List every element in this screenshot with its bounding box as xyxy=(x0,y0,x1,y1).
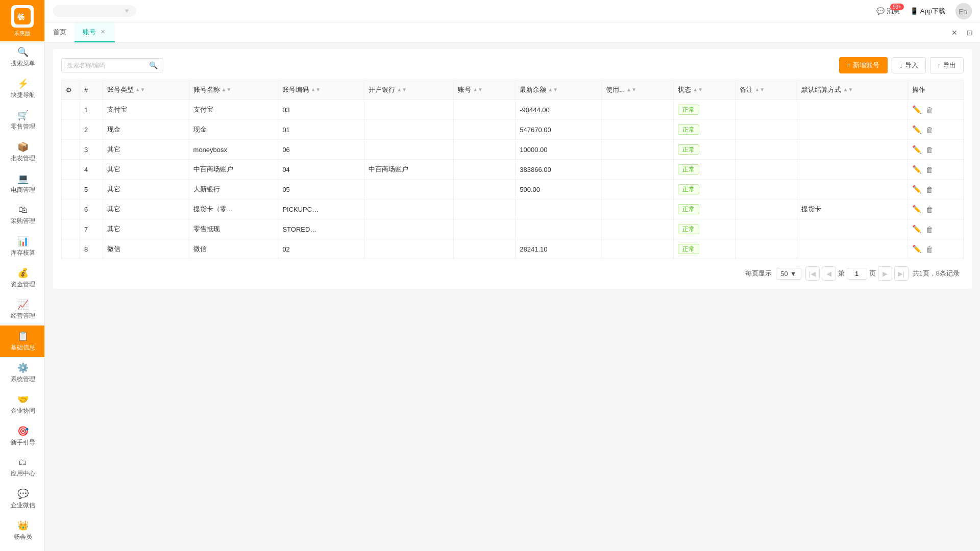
per-page-label: 每页显示 xyxy=(745,269,772,278)
sidebar-item-system-manage[interactable]: ⚙️ 系统管理 xyxy=(0,357,44,389)
cell-latest-balance-4: 500.00 xyxy=(516,180,602,199)
delete-button-0[interactable]: 🗑 xyxy=(926,106,934,114)
edit-button-7[interactable]: ✏️ xyxy=(912,244,922,254)
topbar-search-icon: ▼ xyxy=(124,7,130,15)
tab-close-all-button[interactable]: ✕ xyxy=(948,27,961,39)
col-num: # xyxy=(80,80,103,100)
col-remark[interactable]: 备注 ▲▼ xyxy=(736,80,797,100)
col-latest-balance[interactable]: 最新余额 ▲▼ xyxy=(516,80,602,100)
delete-button-6[interactable]: 🗑 xyxy=(926,225,934,234)
tab-home[interactable]: 首页 xyxy=(45,22,75,42)
sidebar-item-enterprise-agreement[interactable]: 🤝 企业协同 xyxy=(0,389,44,420)
edit-button-2[interactable]: ✏️ xyxy=(912,145,922,154)
col-status[interactable]: 状态 ▲▼ xyxy=(674,80,736,100)
sidebar-item-enterprise-wechat[interactable]: 💬 企业微信 xyxy=(0,483,44,515)
page-next-button[interactable]: ▶ xyxy=(878,266,892,281)
newbie-guide-icon: 🎯 xyxy=(17,425,29,437)
tab-account[interactable]: 账号 ✕ xyxy=(75,22,115,42)
delete-button-1[interactable]: 🗑 xyxy=(926,126,934,134)
sidebar-item-business-manage[interactable]: 📈 经营管理 xyxy=(0,294,44,325)
sidebar-item-retail-manage[interactable]: 🛒 零售管理 xyxy=(0,105,44,136)
delete-button-3[interactable]: 🗑 xyxy=(926,165,934,174)
edit-button-5[interactable]: ✏️ xyxy=(912,205,922,214)
cell-settings-5 xyxy=(62,199,80,219)
tab-account-close[interactable]: ✕ xyxy=(99,28,107,36)
edit-button-6[interactable]: ✏️ xyxy=(912,224,922,234)
topbar-search-input[interactable] xyxy=(59,8,120,15)
msg-button[interactable]: 💬 消息 99+ xyxy=(876,7,900,16)
cell-num-5: 6 xyxy=(80,199,103,219)
cell-usage-3 xyxy=(602,160,674,180)
cell-default-settle-0 xyxy=(797,100,908,120)
delete-button-7[interactable]: 🗑 xyxy=(926,245,934,254)
sidebar-item-member[interactable]: 👑 畅会员 xyxy=(0,515,44,546)
cell-account-code-3: 04 xyxy=(278,160,364,180)
delete-button-5[interactable]: 🗑 xyxy=(926,205,934,214)
sidebar-item-newbie-guide[interactable]: 🎯 新手引导 xyxy=(0,420,44,452)
app-download-button[interactable]: 📱 App下载 xyxy=(910,7,945,16)
cell-account-name-7: 微信 xyxy=(189,239,278,259)
toolbar: 🔍 + 新增账号 ↓ 导入 ↑ 导出 xyxy=(61,57,964,73)
col-account-code[interactable]: 账号编码 ▲▼ xyxy=(278,80,364,100)
edit-button-4[interactable]: ✏️ xyxy=(912,185,922,194)
cell-latest-balance-3: 383866.00 xyxy=(516,160,602,180)
col-account[interactable]: 账号 ▲▼ xyxy=(454,80,516,100)
col-usage[interactable]: 使用... ▲▼ xyxy=(602,80,674,100)
page-end-label: 页 xyxy=(869,269,876,278)
col-default-settle[interactable]: 默认结算方式 ▲▼ xyxy=(797,80,908,100)
table-row: 4 其它 中百商场账户 04 中百商场账户 383866.00 正常 ✏️ 🗑 xyxy=(62,160,964,180)
edit-button-1[interactable]: ✏️ xyxy=(912,125,922,134)
cell-operation-4: ✏️ 🗑 xyxy=(908,180,964,199)
col-open-bank[interactable]: 开户银行 ▲▼ xyxy=(364,80,454,100)
app-download-label: App下载 xyxy=(920,7,945,16)
tab-fullscreen-button[interactable]: ⊡ xyxy=(964,27,976,39)
sidebar-item-search-menu[interactable]: 🔍 搜索菜单 xyxy=(0,41,44,73)
cell-open-bank-7 xyxy=(364,239,454,259)
edit-button-0[interactable]: ✏️ xyxy=(912,105,922,114)
avatar[interactable]: Ea xyxy=(955,3,972,19)
per-page-select[interactable]: 50 ▼ xyxy=(776,268,801,280)
cell-remark-7 xyxy=(736,239,797,259)
col-account-name[interactable]: 账号名称 ▲▼ xyxy=(189,80,278,100)
search-box[interactable]: 🔍 xyxy=(61,58,163,72)
sidebar-item-inventory[interactable]: 📊 库存核算 xyxy=(0,231,44,262)
edit-button-3[interactable]: ✏️ xyxy=(912,165,922,174)
cell-remark-3 xyxy=(736,160,797,180)
cell-account-code-7: 02 xyxy=(278,239,364,259)
tab-account-label: 账号 xyxy=(83,28,96,37)
sort-icon-remark: ▲▼ xyxy=(754,87,765,92)
sort-icon-balance: ▲▼ xyxy=(548,87,558,92)
sidebar-item-label: 搜索菜单 xyxy=(11,59,35,68)
sidebar-item-ecommerce-manage[interactable]: 💻 电商管理 xyxy=(0,168,44,199)
col-settings[interactable]: ⚙ xyxy=(62,80,80,100)
page-input[interactable] xyxy=(847,268,867,280)
sidebar-item-purchase-manage[interactable]: 🛍 采购管理 xyxy=(0,199,44,231)
sidebar-item-app-center[interactable]: 🗂 应用中心 xyxy=(0,452,44,483)
sidebar-item-quick-nav[interactable]: ⚡ 快捷导航 xyxy=(0,73,44,105)
pagination: 每页显示 50 ▼ |◀ ◀ 第 页 ▶ ▶| 共1页，8条记录 xyxy=(61,259,964,281)
delete-button-2[interactable]: 🗑 xyxy=(926,145,934,154)
cell-num-6: 7 xyxy=(80,219,103,239)
search-input[interactable] xyxy=(67,62,146,69)
cell-default-settle-5: 提货卡 xyxy=(797,199,908,219)
sidebar-item-label: 基础信息 xyxy=(11,343,35,352)
delete-button-4[interactable]: 🗑 xyxy=(926,185,934,194)
export-button[interactable]: ↑ 导出 xyxy=(930,57,964,73)
page-first-button[interactable]: |◀ xyxy=(805,266,820,281)
cell-default-settle-3 xyxy=(797,160,908,180)
sidebar-item-wholesale-manage[interactable]: 📦 批发管理 xyxy=(0,136,44,168)
sidebar-item-fund-manage[interactable]: 💰 资金管理 xyxy=(0,262,44,294)
tab-home-label: 首页 xyxy=(53,28,66,37)
cell-status-2: 正常 xyxy=(674,140,736,160)
topbar-search-box[interactable]: ▼ xyxy=(53,5,136,17)
sort-icon-account-type: ▲▼ xyxy=(135,87,145,92)
cell-account-code-0: 03 xyxy=(278,100,364,120)
cell-account-type-0: 支付宝 xyxy=(103,100,189,120)
sidebar-item-basic-info[interactable]: 📋 基础信息 xyxy=(0,325,44,357)
col-operation: 操作 xyxy=(908,80,964,100)
import-button[interactable]: ↓ 导入 xyxy=(892,57,926,73)
add-account-button[interactable]: + 新增账号 xyxy=(839,57,888,73)
page-prev-button[interactable]: ◀ xyxy=(822,266,836,281)
col-account-type[interactable]: 账号类型 ▲▼ xyxy=(103,80,189,100)
page-last-button[interactable]: ▶| xyxy=(894,266,909,281)
